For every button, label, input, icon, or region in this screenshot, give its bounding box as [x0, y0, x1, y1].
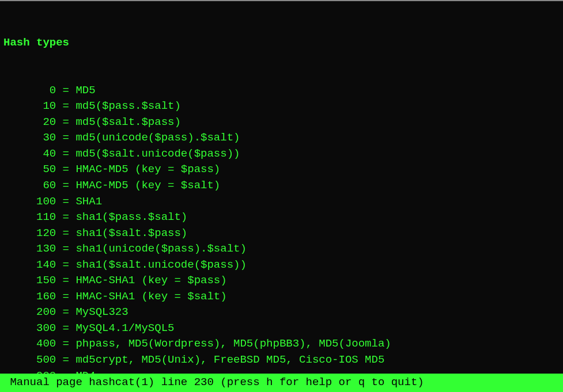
hash-type-row: 20 = md5($salt.$pass)	[3, 115, 560, 131]
hash-type-id: 140	[3, 257, 56, 273]
hash-type-row: 500 = md5crypt, MD5(Unix), FreeBSD MD5, …	[3, 352, 560, 368]
hash-type-row: 50 = HMAC-MD5 (key = $pass)	[3, 162, 560, 178]
hash-type-id: 500	[3, 352, 56, 368]
hash-type-row: 40 = md5($salt.unicode($pass))	[3, 146, 560, 162]
hash-type-name: HMAC-SHA1 (key = $salt)	[75, 289, 226, 305]
separator: =	[56, 178, 75, 194]
separator: =	[56, 162, 75, 178]
hash-type-name: md5($salt.unicode($pass))	[75, 146, 240, 162]
pager-status-bar[interactable]: Manual page hashcat(1) line 230 (press h…	[0, 374, 563, 392]
separator: =	[56, 226, 75, 242]
hash-type-name: md5($pass.$salt)	[75, 98, 180, 115]
separator: =	[56, 241, 75, 257]
separator: =	[56, 83, 75, 99]
hash-type-id: 20	[3, 115, 56, 131]
hash-type-name: md5(unicode($pass).$salt)	[75, 130, 240, 146]
hash-type-row: 150 = HMAC-SHA1 (key = $pass)	[3, 273, 560, 289]
hash-type-row: 160 = HMAC-SHA1 (key = $salt)	[3, 289, 560, 305]
hash-type-name: HMAC-MD5 (key = $pass)	[75, 162, 220, 178]
separator: =	[56, 257, 75, 273]
hash-type-name: HMAC-SHA1 (key = $pass)	[75, 273, 226, 289]
hash-type-name: sha1($salt.unicode($pass))	[75, 257, 246, 273]
hash-type-row: 140 = sha1($salt.unicode($pass))	[3, 257, 560, 273]
hash-type-row: 400 = phpass, MD5(Wordpress), MD5(phpBB3…	[3, 336, 560, 352]
hash-type-name: sha1($pass.$salt)	[75, 210, 187, 226]
hash-type-id: 120	[3, 226, 56, 242]
hash-type-row: 200 = MySQL323	[3, 305, 560, 321]
separator: =	[56, 321, 75, 337]
hash-type-row: 110 = sha1($pass.$salt)	[3, 210, 560, 226]
separator: =	[56, 98, 75, 115]
hash-type-id: 30	[3, 130, 56, 146]
separator: =	[56, 289, 75, 305]
hash-type-name: phpass, MD5(Wordpress), MD5(phpBB3), MD5…	[75, 336, 391, 352]
separator: =	[56, 352, 75, 368]
hash-type-id: 160	[3, 289, 56, 305]
separator: =	[56, 273, 75, 289]
separator: =	[56, 130, 75, 146]
separator: =	[56, 115, 75, 131]
man-page-content: Hash types 0 = MD510 = md5($pass.$salt)2…	[0, 1, 563, 392]
hash-type-id: 200	[3, 305, 56, 321]
hash-type-id: 130	[3, 241, 56, 257]
separator: =	[56, 194, 75, 210]
hash-type-id: 400	[3, 336, 56, 352]
hash-type-name: MySQL4.1/MySQL5	[75, 321, 174, 337]
separator: =	[56, 146, 75, 162]
hash-type-name: sha1($salt.$pass)	[75, 226, 187, 242]
hash-type-id: 10	[3, 98, 56, 115]
hash-type-row: 130 = sha1(unicode($pass).$salt)	[3, 241, 560, 257]
hash-type-id: 150	[3, 273, 56, 289]
hash-type-name: SHA1	[75, 194, 102, 210]
section-header: Hash types	[3, 35, 560, 51]
hash-type-id: 60	[3, 178, 56, 194]
hash-type-row: 300 = MySQL4.1/MySQL5	[3, 321, 560, 337]
hash-type-id: 300	[3, 321, 56, 337]
hash-type-id: 110	[3, 210, 56, 226]
hash-type-id: 100	[3, 194, 56, 210]
separator: =	[56, 336, 75, 352]
separator: =	[56, 305, 75, 321]
hash-type-row: 60 = HMAC-MD5 (key = $salt)	[3, 178, 560, 194]
hash-type-id: 40	[3, 146, 56, 162]
hash-type-id: 50	[3, 162, 56, 178]
separator: =	[56, 210, 75, 226]
hash-type-row: 120 = sha1($salt.$pass)	[3, 226, 560, 242]
hash-type-list: 0 = MD510 = md5($pass.$salt)20 = md5($sa…	[3, 83, 560, 392]
hash-type-name: MD5	[75, 83, 95, 99]
hash-type-name: md5crypt, MD5(Unix), FreeBSD MD5, Cisco-…	[75, 352, 384, 368]
hash-type-row: 0 = MD5	[3, 83, 560, 99]
hash-type-name: sha1(unicode($pass).$salt)	[75, 241, 246, 257]
hash-type-row: 10 = md5($pass.$salt)	[3, 98, 560, 115]
hash-type-name: HMAC-MD5 (key = $salt)	[75, 178, 220, 194]
hash-type-row: 30 = md5(unicode($pass).$salt)	[3, 130, 560, 146]
hash-type-name: MySQL323	[75, 305, 128, 321]
hash-type-name: md5($salt.$pass)	[75, 115, 180, 131]
hash-type-row: 100 = SHA1	[3, 194, 560, 210]
hash-type-id: 0	[3, 83, 56, 99]
